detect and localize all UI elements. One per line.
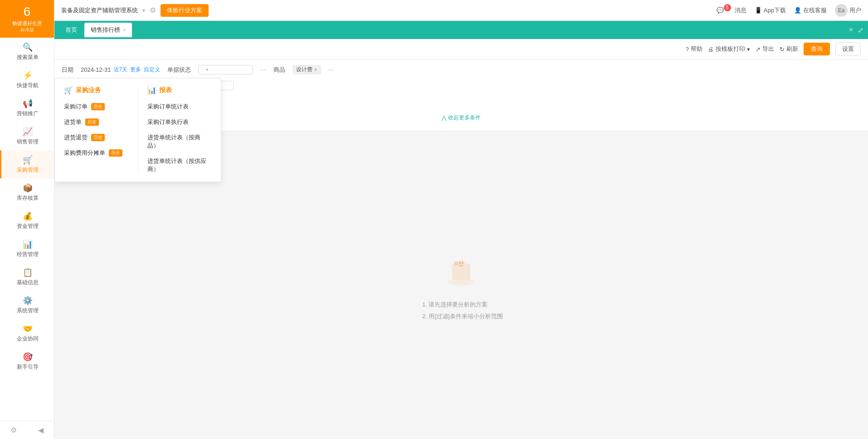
empty-illustration [439, 248, 484, 293]
filter-row-1: 日期 2024-12-31 近7天 更多 自定义 单据状态 ▾ ··· 商品 设… [62, 65, 861, 74]
sidebar-items: 🔍 搜索菜单 ⚡ 快捷导航 📢 营销推广 📈 销售管理 🛒 采购管理 📦 库存核… [0, 38, 54, 421]
refresh-button[interactable]: ↻ 刷新 [780, 45, 798, 53]
report-section-label: 报表 [159, 86, 172, 94]
sidebar-item-quicknav[interactable]: ⚡ 快捷导航 [0, 66, 54, 94]
help-button[interactable]: ? 帮助 [686, 45, 702, 53]
topbar: 装备及固定资产辅助管理系统 ▾ ⚙ 体验行业方案 💬 5 消息 📱 App下载 … [54, 0, 868, 21]
sidebar-item-base[interactable]: 📋 基础信息 [0, 263, 54, 291]
dropdown-goods-stat-product[interactable]: 进货单统计表（按商品） [143, 130, 217, 153]
dropdown-purchase-order-exec[interactable]: 采购订单执行表 [143, 114, 217, 130]
sidebar-label-purchase: 采购管理 [17, 166, 39, 174]
user-item[interactable]: Ea 用户 [835, 4, 861, 17]
svg-point-3 [458, 260, 465, 267]
industry-solution-button[interactable]: 体验行业方案 [161, 4, 209, 17]
sidebar-item-finance[interactable]: 💰 资金管理 [0, 207, 54, 235]
topbar-gear-icon[interactable]: ⚙ [150, 6, 156, 15]
sidebar-item-inventory[interactable]: 📦 库存核算 [0, 178, 54, 207]
dropdown-goods-receipt[interactable]: 进货单 历史 [59, 114, 133, 130]
purchase-order-label: 采购订单 [64, 103, 88, 111]
content-area: ? 帮助 🖨 按模板打印 ▾ ↗ 导出 ↻ 刷新 查询 设置 [54, 39, 868, 439]
app-download-item[interactable]: 📱 App下载 [755, 6, 786, 15]
online-service-item[interactable]: 👤 在线客服 [794, 6, 827, 15]
sidebar-item-guide[interactable]: 🎯 新手引导 [0, 347, 54, 375]
filter-dots-1[interactable]: ··· [260, 66, 266, 74]
export-button[interactable]: ↗ 导出 [756, 45, 774, 53]
help-label: 帮助 [691, 45, 702, 53]
sidebar-item-marketing[interactable]: 📢 营销推广 [0, 94, 54, 122]
query-button[interactable]: 查询 [804, 43, 830, 55]
settings-btn[interactable]: ⚙ [10, 426, 17, 434]
dropdown-purchase-order[interactable]: 采购订单 历史 [59, 99, 133, 114]
tab-close-icon[interactable]: × [123, 27, 126, 33]
dropdown-goods-return[interactable]: 进货退货 历史 [59, 130, 133, 145]
marketing-icon: 📢 [23, 99, 33, 109]
empty-tip-2: 用[过滤]条件来缩小分析范围 [429, 311, 502, 322]
sidebar-label-marketing: 营销推广 [17, 110, 39, 118]
tab-expand-icon[interactable]: ⤢ [858, 26, 863, 35]
finance-icon: 💰 [23, 211, 33, 221]
date-label: 日期 [62, 66, 73, 74]
sidebar-label-operation: 经营管理 [17, 251, 39, 258]
purchase-icon: 🛒 [23, 155, 33, 165]
topbar-right: 💬 5 消息 📱 App下载 👤 在线客服 Ea 用户 [717, 4, 861, 17]
sidebar-item-enterprise[interactable]: 🤝 企业协同 [0, 319, 54, 347]
purchase-section-title: 🛒 采购业务 [59, 83, 133, 99]
collapse-sidebar-btn[interactable]: ◀ [38, 426, 44, 434]
date-value: 2024-12-31 [81, 66, 111, 73]
purchase-dropdown-menu: 🛒 采购业务 采购订单 历史 进货单 历史 进货退货 历史 [54, 78, 221, 182]
toolbar-right: ? 帮助 🖨 按模板打印 ▾ ↗ 导出 ↻ 刷新 查询 设置 [686, 43, 861, 55]
sidebar-bottom: ⚙ ◀ [0, 421, 54, 439]
product-tag-remove[interactable]: × [314, 67, 317, 73]
message-label: 消息 [735, 6, 746, 15]
order-status-select[interactable]: ▾ [198, 65, 253, 74]
tab-sales-ranking[interactable]: 销售排行榜 × [84, 23, 132, 37]
sidebar-item-purchase[interactable]: 🛒 采购管理 [0, 150, 54, 178]
empty-tips: 请先选择要分析的方案 用[过滤]条件来缩小分析范围 [419, 299, 502, 322]
collapse-icon: ⋀ [442, 115, 446, 121]
tab-home-label: 首页 [65, 26, 77, 34]
user-label: 用户 [849, 6, 861, 15]
sidebar-label-system: 系统管理 [17, 307, 39, 315]
help-icon: ? [686, 46, 689, 53]
operation-icon: 📊 [23, 239, 33, 249]
message-item[interactable]: 💬 5 消息 [717, 6, 746, 15]
date-custom-link[interactable]: 自定义 [144, 66, 160, 74]
dropdown-purchase-expense[interactable]: 采购费用分摊单 历史 [59, 145, 133, 161]
sidebar-label-sales: 销售管理 [17, 138, 39, 146]
collapse-button[interactable]: ⋀ 收起更多条件 [442, 112, 481, 123]
quicknav-icon: ⚡ [23, 70, 33, 80]
tab-close-window-icon[interactable]: × [849, 26, 853, 34]
date-more-link[interactable]: 更多 [130, 66, 141, 74]
sidebar: 6 畅捷通好生意 标准版 🔍 搜索菜单 ⚡ 快捷导航 📢 营销推广 📈 销售管理… [0, 0, 54, 439]
purchase-order-exec-label: 采购订单执行表 [147, 118, 189, 126]
purchase-expense-history-badge: 历史 [109, 149, 122, 157]
settings-button[interactable]: 设置 [835, 43, 861, 55]
date-7days-link[interactable]: 近7天 [114, 66, 128, 74]
dropdown-purchase-order-stat[interactable]: 采购订单统计表 [143, 99, 217, 114]
service-icon: 👤 [794, 7, 801, 14]
export-icon: ↗ [756, 46, 761, 53]
inventory-icon: 📦 [23, 183, 33, 193]
dropdown-arrow-icon[interactable]: ▾ [142, 7, 145, 14]
date-range[interactable]: 2024-12-31 近7天 更多 自定义 [81, 66, 160, 74]
sidebar-item-system[interactable]: ⚙️ 系统管理 [0, 291, 54, 319]
enterprise-icon: 🤝 [23, 324, 33, 334]
sidebar-item-operation[interactable]: 📊 经营管理 [0, 235, 54, 263]
online-service-label: 在线客服 [803, 6, 827, 15]
purchase-col: 🛒 采购业务 采购订单 历史 进货单 历史 进货退货 历史 [55, 83, 138, 177]
avatar: Ea [835, 4, 848, 17]
purchase-order-stat-label: 采购订单统计表 [147, 103, 189, 111]
purchase-expense-label: 采购费用分摊单 [64, 149, 105, 157]
sidebar-item-sales[interactable]: 📈 销售管理 [0, 122, 54, 150]
sidebar-label-inventory: 库存核算 [17, 194, 39, 202]
print-button[interactable]: 🖨 按模板打印 ▾ [708, 45, 750, 53]
sidebar-item-search[interactable]: 🔍 搜索菜单 [0, 38, 54, 66]
filter-dots-2[interactable]: ··· [328, 66, 334, 74]
goods-stat-supplier-label: 进货单统计表（按供应商） [147, 157, 212, 173]
dropdown-goods-stat-supplier[interactable]: 进货单统计表（按供应商） [143, 153, 217, 177]
main-area: 装备及固定资产辅助管理系统 ▾ ⚙ 体验行业方案 💬 5 消息 📱 App下载 … [54, 0, 868, 439]
tab-home[interactable]: 首页 [59, 23, 83, 37]
purchase-order-history-badge: 历史 [91, 103, 105, 110]
tabbar: 首页 销售排行榜 × × ⤢ [54, 21, 868, 39]
print-label: 按模板打印 [716, 45, 745, 53]
